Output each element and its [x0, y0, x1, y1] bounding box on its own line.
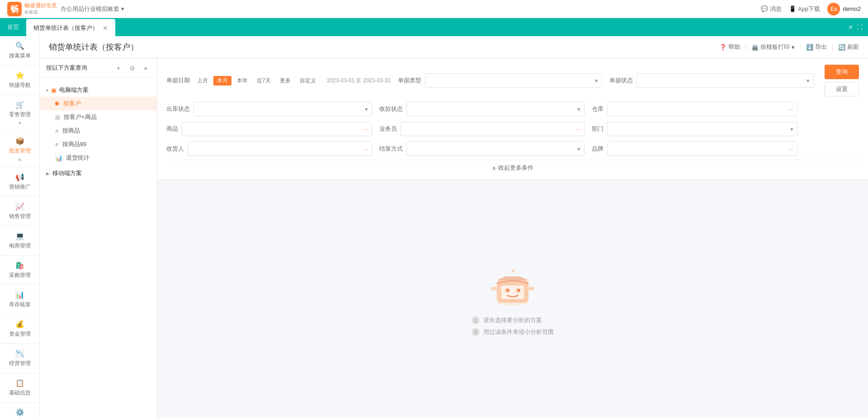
product-field[interactable] [186, 126, 363, 133]
out-status-field[interactable] [198, 106, 365, 113]
date-range: 2023-03-01 至 2023-03-31 [327, 77, 391, 85]
search-icon: 🔍 [15, 42, 24, 50]
export-btn[interactable]: ⬇️ 导出 [806, 43, 827, 51]
chart-icon: 📊 [55, 155, 62, 162]
page-title: 销货单统计表（按客户） [49, 42, 138, 52]
scheme-header: 按以下方案查询 + ⊙ « [40, 58, 157, 78]
finance-icon: 💰 [15, 320, 24, 328]
star-icon: ⭐ [15, 71, 24, 80]
order-status-input[interactable]: ▾ [637, 73, 814, 88]
settlement-label: 结算方式 [379, 145, 403, 153]
date-tab-7days[interactable]: 近7天 [253, 76, 274, 86]
tab-sales-stats[interactable]: 销货单统计表（按客户） ✕ [26, 19, 115, 37]
svg-point-6 [518, 289, 520, 292]
warehouse-input[interactable]: ··· [607, 102, 797, 116]
sidebar-item-inventory[interactable]: 📊 库存核算 [0, 285, 39, 314]
warehouse-dots[interactable]: ··· [788, 106, 793, 113]
sidebar-item-wholesale[interactable]: 📦 批发管理 ▴ [0, 131, 39, 167]
mobile-scheme-group[interactable]: ▶ 移动端方案 [40, 166, 157, 180]
pc-scheme-group: ▾ ▣ 电脑端方案 按客户 ⊞ 按客户+商品 [40, 81, 157, 166]
out-status-label: 出库状态 [166, 105, 190, 113]
sidebar-item-ecommerce[interactable]: 💻 电商管理 [0, 226, 39, 256]
scheme-item-by-customer[interactable]: 按客户 [40, 97, 157, 110]
refresh-btn[interactable]: 🔄 刷新 [838, 43, 859, 51]
out-status-input[interactable]: ▾ [193, 102, 372, 116]
date-tab-this-month[interactable]: 本月 [213, 76, 231, 86]
message-btn[interactable]: 💬 消息 [761, 5, 782, 13]
close-window-icon[interactable]: ✕ [848, 24, 853, 31]
out-status-filter: 出库状态 ▾ [166, 102, 372, 116]
scheme-edit-btn[interactable]: ⊙ [127, 63, 137, 73]
user-profile[interactable]: Ea demo2 [827, 3, 861, 15]
brand-field[interactable] [611, 146, 788, 152]
empty-hints: 1 请先选择要分析的方案 2 用过滤条件来缩小分析范围 [472, 316, 554, 336]
department-dropdown-icon: ▾ [790, 126, 793, 133]
salesperson-field[interactable] [405, 126, 576, 133]
filter-row-4: 收货人 ··· 结算方式 ▾ [166, 142, 859, 156]
sidebar-item-business[interactable]: 📉 经营管理 [0, 344, 39, 373]
receiver-dots[interactable]: ··· [363, 146, 368, 152]
collapse-bar[interactable]: ∧ 收起更多条件 [166, 160, 859, 176]
settings-button[interactable]: 设置 [825, 82, 859, 96]
department-input[interactable]: ▾ [607, 122, 797, 136]
settlement-input[interactable]: ▾ [406, 142, 585, 156]
tab-home[interactable]: 首页 [0, 18, 26, 36]
date-tab-last-month[interactable]: 上月 [193, 76, 212, 86]
settlement-field[interactable] [410, 146, 578, 152]
app-download-btn[interactable]: 📱 App下载 [789, 5, 820, 13]
receiver-input[interactable]: ··· [188, 142, 372, 156]
collect-status-field[interactable] [410, 106, 578, 113]
warehouse-field[interactable] [611, 106, 788, 113]
empty-hint-1: 1 请先选择要分析的方案 [472, 316, 554, 324]
tab-close-btn[interactable]: ✕ [103, 24, 108, 32]
date-tab-more[interactable]: 更多 [276, 76, 294, 86]
scheme-item-return-stats[interactable]: 📊 退货统计 [40, 151, 157, 165]
department-field[interactable] [611, 126, 790, 133]
folder-icon: ▣ [51, 87, 57, 94]
scheme-tree: ▾ ▣ 电脑端方案 按客户 ⊞ 按客户+商品 [40, 78, 157, 184]
help-btn[interactable]: ❓ 帮助 [719, 43, 740, 51]
scheme-add-btn[interactable]: + [113, 63, 123, 73]
collect-status-input[interactable]: ▾ [406, 102, 585, 116]
sidebar-item-purchase[interactable]: 🛍️ 采购管理 [0, 256, 39, 285]
sidebar-item-search[interactable]: 🔍 搜索菜单 [0, 36, 39, 66]
scheme-item-by-customer-product[interactable]: ⊞ 按客户+商品 [40, 110, 157, 124]
order-status-field[interactable] [641, 77, 807, 84]
print-btn[interactable]: 🖨️ 按模板打印 ▾ [751, 43, 795, 51]
logo-sub: 标账版 [24, 9, 57, 15]
tab-controls: ✕ ⛶ [848, 24, 868, 31]
scheme-collapse-btn[interactable]: « [141, 63, 151, 73]
product-dots[interactable]: ··· [363, 126, 368, 133]
sidebar-item-sales[interactable]: 📈 销售管理 [0, 197, 39, 226]
brand-input[interactable]: ··· [607, 142, 797, 156]
topbar-left: 畅 畅捷通好生意 标账版 办公用品行业模拟账套 ▾ [7, 2, 124, 16]
order-type-field[interactable] [429, 77, 595, 84]
query-button[interactable]: 查询 [825, 65, 859, 79]
receiver-field[interactable] [192, 146, 363, 152]
sales-icon: 📈 [15, 202, 24, 211]
brand-dots[interactable]: ··· [788, 146, 793, 152]
sidebar-item-finance[interactable]: 💰 资金管理 [0, 314, 39, 344]
sidebar-item-retail[interactable]: 🛒 零售管理 ▾ [0, 95, 39, 131]
order-type-input[interactable]: ▾ [425, 73, 602, 88]
salesperson-dots[interactable]: ··· [576, 126, 581, 133]
date-tab-this-year[interactable]: 本年 [233, 76, 251, 86]
product-input[interactable]: ··· [182, 122, 372, 136]
order-type-filter: 单据类型 ▾ [398, 73, 602, 88]
date-tab-custom[interactable]: 自定义 [296, 76, 320, 86]
pc-group-title[interactable]: ▾ ▣ 电脑端方案 [40, 83, 157, 97]
maximize-window-icon[interactable]: ⛶ [857, 24, 863, 31]
order-status-filter: 单据状态 ▾ [609, 73, 814, 88]
scheme-item-by-product[interactable]: ≡ 按商品 [40, 124, 157, 138]
salesperson-input[interactable]: ··· [401, 122, 585, 136]
sidebar-item-system[interactable]: ⚙️ 系统管理 [0, 403, 39, 418]
industry-selector[interactable]: 办公用品行业模拟账套 ▾ [61, 5, 124, 13]
scheme-item-by-product99[interactable]: ≡ 按商品99 [40, 138, 157, 151]
date-tabs: 上月 本月 本年 近7天 更多 自定义 [193, 76, 320, 86]
scheme-panel: 按以下方案查询 + ⊙ « [40, 58, 157, 418]
sidebar-item-shortcuts[interactable]: ⭐ 快捷导航 [0, 66, 39, 95]
sidebar-item-marketing[interactable]: 📢 营销推广 [0, 167, 39, 197]
order-status-label: 单据状态 [609, 76, 633, 85]
sidebar-item-basic-info[interactable]: 📋 基础信息 [0, 373, 39, 403]
divider3 [832, 44, 833, 50]
